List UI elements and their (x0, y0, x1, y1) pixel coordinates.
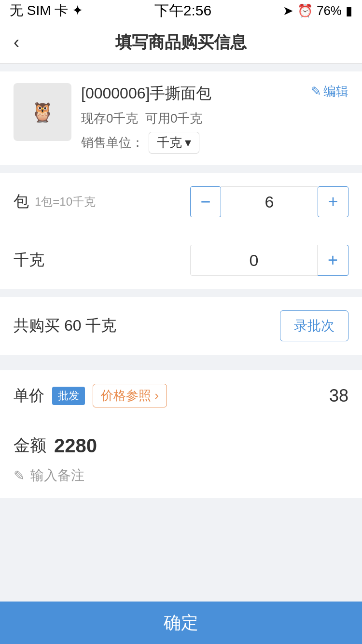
battery-level: 76% (317, 3, 342, 18)
section-separator-3 (0, 355, 362, 363)
note-icon: ✎ (14, 468, 25, 484)
package-label: 包 1包=10千克 (14, 191, 96, 212)
input-section: 包 1包=10千克 − + 千克 + (0, 173, 362, 289)
product-unit: 销售单位： 千克 ▾ (81, 132, 348, 154)
product-info: [0000006]手撕面包 ✎ 编辑 现存0千克 可用0千克 销售单位： 千克 … (81, 83, 348, 154)
kilogram-row: 千克 + (14, 231, 348, 289)
sim-indicator: 无 SIM 卡 ✦ (10, 1, 83, 20)
nav-bar: ‹ 填写商品购买信息 (0, 21, 362, 64)
amount-section: 金额 2280 ✎ 输入备注 (0, 421, 362, 498)
price-value: 38 (329, 386, 348, 406)
package-controls: − + (190, 186, 348, 217)
section-separator-1 (0, 165, 362, 173)
unit-select[interactable]: 千克 ▾ (149, 132, 199, 154)
status-bar-right: ➤ ⏰ 76% ▮ (283, 3, 352, 18)
status-bar: 无 SIM 卡 ✦ 下午2:56 ➤ ⏰ 76% ▮ (0, 0, 362, 21)
amount-row: 金额 2280 (14, 434, 348, 457)
product-card: 🦉 [0000006]手撕面包 ✎ 编辑 现存0千克 可用0千克 销售单位： 千… (0, 71, 362, 165)
package-hint: 1包=10千克 (35, 194, 96, 210)
edit-button[interactable]: ✎ 编辑 (311, 83, 348, 100)
status-bar-left: 无 SIM 卡 ✦ (10, 1, 83, 20)
location-icon: ➤ (283, 3, 293, 18)
note-placeholder: 输入备注 (30, 466, 84, 485)
battery-icon: ▮ (346, 3, 352, 18)
status-bar-time: 下午2:56 (154, 1, 211, 21)
alarm-icon: ⏰ (297, 3, 313, 18)
package-row: 包 1包=10千克 − + (14, 173, 348, 231)
chevron-down-icon: ▾ (185, 135, 191, 150)
product-name: [0000006]手撕面包 (81, 83, 211, 104)
package-minus-button[interactable]: − (190, 186, 221, 217)
product-stock: 现存0千克 可用0千克 (81, 110, 348, 127)
bottom-bar: 确定 (0, 602, 362, 644)
back-button[interactable]: ‹ (14, 32, 19, 53)
amount-value: 2280 (54, 435, 97, 457)
batch-button[interactable]: 录批次 (280, 310, 348, 341)
section-separator-2 (0, 289, 362, 297)
product-logo: 🦉 (30, 101, 55, 124)
kilogram-controls: + (190, 245, 348, 276)
kilogram-label: 千克 (14, 250, 44, 271)
summary-section: 共购买 60 千克 录批次 (0, 297, 362, 355)
summary-text: 共购买 60 千克 (14, 315, 116, 336)
confirm-button[interactable]: 确定 (0, 602, 362, 644)
note-row[interactable]: ✎ 输入备注 (14, 466, 348, 485)
price-section: 单价 批发 价格参照 › 38 (0, 370, 362, 421)
product-image: 🦉 (14, 83, 71, 141)
package-plus-button[interactable]: + (318, 186, 348, 217)
edit-label: 编辑 (323, 83, 348, 100)
package-quantity-input[interactable] (221, 186, 318, 217)
price-reference-button[interactable]: 价格参照 › (93, 384, 167, 407)
price-type-badge: 批发 (52, 387, 85, 405)
kilogram-plus-button[interactable]: + (318, 245, 348, 276)
kilogram-quantity-input[interactable] (190, 245, 318, 276)
amount-label: 金额 (14, 434, 46, 457)
page-title: 填写商品购买信息 (115, 31, 247, 54)
edit-icon: ✎ (311, 84, 321, 99)
price-label: 单价 (14, 385, 44, 406)
